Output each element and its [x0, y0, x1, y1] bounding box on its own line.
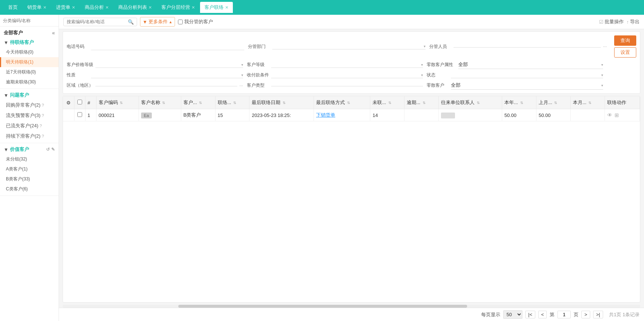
filter-retail-customer: 零散客户 全部 ▾ — [427, 81, 603, 90]
chevron-down-icon: ▾ — [601, 73, 603, 77]
eye-icon[interactable]: 👁 — [607, 112, 612, 118]
nature-select[interactable]: ▾ — [91, 72, 243, 78]
sidebar-item-b-class[interactable]: B类客户(33) — [0, 174, 59, 184]
cell-name: Ea — [139, 109, 181, 121]
dept-select[interactable]: ▾ — [272, 44, 426, 49]
status-select[interactable]: ▾ — [451, 72, 603, 78]
sidebar-item-tomorrow[interactable]: 明天待联络(1) — [0, 57, 59, 67]
collapse-icon[interactable]: « — [52, 30, 55, 36]
sidebar-item-7days[interactable]: 近7天待联络(0) — [0, 67, 59, 77]
last-page-button[interactable]: >| — [593, 311, 603, 318]
nav-home[interactable]: 首页 — [4, 2, 22, 13]
sidebar-item-c-class[interactable]: C类客户(6) — [0, 184, 59, 194]
cell-actions: 👁 ⊞ — [605, 109, 640, 121]
batch-op-button[interactable]: ☑ 批量操作 — [599, 18, 624, 25]
col-checkbox-header[interactable] — [74, 96, 85, 109]
col-this-year-header[interactable]: 本年... ⇅ — [502, 96, 536, 109]
sort-icon: ⇅ — [162, 101, 165, 105]
all-customers-title: 全部客户 « — [0, 27, 59, 38]
ellipsis-icon[interactable]: ··· — [239, 83, 243, 88]
close-icon[interactable]: ✕ — [105, 5, 109, 10]
settings-button[interactable]: 设置 — [614, 47, 636, 58]
nav-sales-order[interactable]: 销货单 ✕ — [23, 2, 51, 13]
sidebar-item-abnormal[interactable]: 回购异常客户(2) ? — [0, 100, 59, 110]
row-checkbox[interactable] — [77, 112, 82, 117]
refresh-icon[interactable]: ↺ — [46, 147, 50, 152]
close-icon[interactable]: ✕ — [225, 5, 228, 10]
next-page-button[interactable]: > — [581, 311, 590, 318]
ellipsis-icon[interactable]: ··· — [603, 44, 607, 49]
col-name-header[interactable]: 客户名称 ⇅ — [139, 96, 181, 109]
horizontal-scrollbar[interactable] — [63, 305, 640, 308]
col-unit-contact-header[interactable]: 往来单位联系人 ⇅ — [438, 96, 502, 109]
toolbar-right: ☑ 批量操作 ↑ 导出 — [599, 18, 640, 25]
nav-customer-tier[interactable]: 客户分层经营 ✕ — [157, 2, 199, 13]
search-input[interactable] — [67, 19, 126, 24]
col-last-month-header[interactable]: 上月... ⇅ — [536, 96, 570, 109]
cell-index: 1 — [85, 109, 96, 121]
scrollbar-thumb[interactable] — [178, 305, 467, 308]
col-overdue-header[interactable]: 逾期... ⇅ — [405, 96, 439, 109]
col-settings-header[interactable]: ⚙ — [63, 96, 74, 109]
filter-actions: 查询 设置 — [614, 35, 636, 58]
cell-checkbox[interactable] — [74, 109, 85, 121]
col-this-month-header[interactable]: 本月... ⇅ — [570, 96, 605, 109]
col-last-date-header[interactable]: 最后联络日期 ⇅ — [249, 96, 314, 109]
retail-customer-select[interactable]: 全部 ▾ — [451, 81, 603, 90]
retail-attr-select[interactable]: 全部 ▾ — [458, 61, 603, 69]
edit-icon[interactable]: ✎ — [51, 147, 55, 152]
more-filter-button[interactable]: ▼ 更多条件 ▲ — [140, 17, 175, 27]
phone-input[interactable] — [91, 43, 244, 50]
sort-icon: ⇅ — [233, 101, 236, 105]
cell-last-method[interactable]: 下销货单 — [314, 109, 370, 121]
close-icon[interactable]: ✕ — [43, 5, 46, 10]
filter-customer-level: 客户等级 ▾ — [247, 62, 423, 68]
select-all-checkbox[interactable] — [77, 100, 82, 104]
sidebar-item-a-class[interactable]: A类客户(1) — [0, 164, 59, 174]
nav-product-analysis-list[interactable]: 商品分析列表 ✕ — [114, 2, 156, 13]
cell-uncontacted: 14 — [370, 109, 405, 121]
first-page-button[interactable]: |< — [525, 311, 535, 318]
export-button[interactable]: ↑ 导出 — [627, 18, 640, 25]
col-contact-header[interactable]: 联络... ⇅ — [215, 96, 249, 109]
close-icon[interactable]: ✕ — [148, 5, 152, 10]
sidebar-item-overdue[interactable]: 逾期未联络(30) — [0, 77, 59, 87]
page-size-select[interactable]: 50 100 200 — [503, 310, 522, 319]
col-type-header[interactable]: 客户... ⇅ — [181, 96, 215, 109]
cell-unit-contact — [438, 109, 502, 121]
region-select[interactable] — [95, 84, 237, 86]
my-customer-checkbox-area[interactable]: 我分管的客户 — [178, 18, 213, 25]
customer-type-select[interactable] — [271, 84, 423, 86]
customers-table: ⚙ # 客户编码 ⇅ 客户名称 ⇅ 客户... ⇅ 联络... ⇅ 最后联络日期… — [63, 96, 640, 121]
col-last-method-header[interactable]: 最后联络方式 ⇅ — [314, 96, 370, 109]
settings-icon[interactable]: ⚙ — [66, 100, 71, 106]
sidebar-item-declining[interactable]: 持续下滑客户(2) ? — [0, 131, 59, 141]
col-uncontacted-header[interactable]: 未联... ⇅ — [370, 96, 405, 109]
close-icon[interactable]: ✕ — [72, 5, 75, 10]
customer-level-select[interactable]: ▾ — [271, 62, 423, 68]
my-customer-checkbox[interactable] — [178, 20, 183, 24]
price-level-select[interactable]: ▾ — [95, 62, 243, 68]
sidebar-item-churned[interactable]: 已流失客户(24) ? — [0, 121, 59, 131]
nav-product-analysis[interactable]: 商品分析 ✕ — [80, 2, 113, 13]
filter-retail-attr: 零散客户属性 全部 ▾ — [427, 61, 603, 69]
sidebar-search-input[interactable] — [3, 18, 58, 23]
query-button[interactable]: 查询 — [614, 35, 636, 46]
payment-select[interactable]: ▾ — [271, 72, 423, 78]
sidebar-item-ungrouped[interactable]: 未分组(32) — [0, 154, 59, 164]
content-area: 🔍 ▼ 更多条件 ▲ 我分管的客户 ☑ 批量操作 ↑ 导出 — [59, 15, 644, 321]
nav-purchase-order[interactable]: 进货单 ✕ — [52, 2, 80, 13]
nav-customer-contact[interactable]: 客户联络 ✕ — [200, 2, 233, 13]
manager-select[interactable] — [454, 46, 601, 48]
sort-icon: ⇅ — [554, 101, 557, 105]
page-number-input[interactable] — [557, 311, 571, 318]
filter-region: 区域（地区） ··· — [67, 82, 243, 89]
sidebar-item-today[interactable]: 今天待联络(0) — [0, 47, 59, 57]
sidebar-item-churn-warning[interactable]: 流失预警客户(3) ? — [0, 110, 59, 121]
grid-icon[interactable]: ⊞ — [615, 112, 619, 118]
col-code-header[interactable]: 客户编码 ⇅ — [96, 96, 139, 109]
search-icon[interactable]: 🔍 — [128, 19, 134, 25]
prev-page-button[interactable]: < — [538, 311, 547, 318]
sidebar-section-title-problem: ▼ 问题客户 — [0, 90, 59, 100]
close-icon[interactable]: ✕ — [192, 5, 195, 10]
